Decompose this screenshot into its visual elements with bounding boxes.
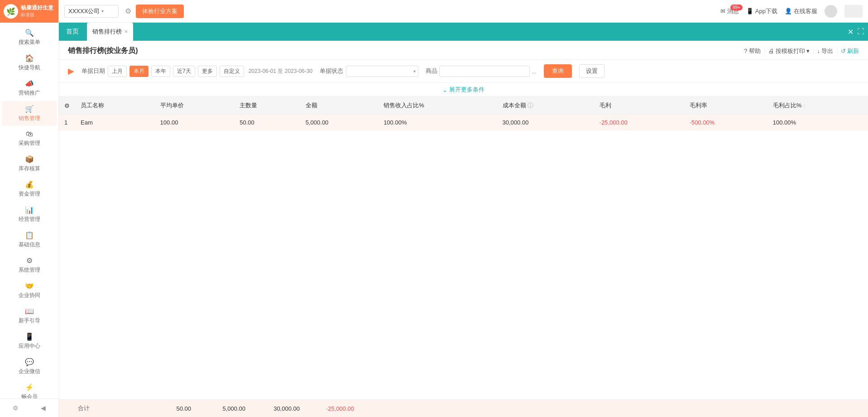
- sidebar-item-system[interactable]: ⚙系统管理: [2, 253, 57, 278]
- sidebar-item-member[interactable]: ⚡畅会员: [2, 379, 57, 398]
- goods-filter-group: 商品 ...: [426, 66, 537, 77]
- tab-close-icon[interactable]: ×: [125, 29, 128, 35]
- cell-gross-pct: 100.00%: [767, 115, 868, 131]
- date-filter-label: 单据日期: [82, 67, 105, 75]
- cell-name: Eam: [75, 115, 155, 131]
- sidebar-label-guide: 新手引导: [19, 317, 40, 325]
- sidebar-icon-wechat: 💬: [25, 358, 34, 366]
- date-7days-btn[interactable]: 近7天: [173, 66, 195, 77]
- page-header: 销售排行榜(按业务员) ? 帮助 🖨 按模板打印 ▾ ↓: [59, 41, 868, 60]
- message-icon: ✉: [720, 8, 725, 14]
- tabbar-right: ✕ ⛶: [848, 28, 868, 36]
- date-prev-month-btn[interactable]: 上月: [108, 66, 127, 77]
- query-button[interactable]: 查询: [544, 64, 572, 78]
- sidebar-icon-capital: 💰: [25, 180, 34, 189]
- sidebar-label-marketing: 营销推广: [19, 89, 40, 97]
- topbar-settings-icon[interactable]: ⚙: [125, 7, 131, 15]
- cell-amount: 5,000.00: [300, 115, 378, 131]
- user-avatar[interactable]: [825, 5, 837, 18]
- sidebar-nav: 🔍搜索菜单🏠快捷导航📣营销推广🛒销售管理🛍采购管理📦库存核算💰资金管理📊经营管理…: [0, 23, 58, 398]
- message-button[interactable]: ✉ 消息 99+: [720, 7, 739, 15]
- sidebar-label-member: 畅会员: [21, 393, 38, 398]
- print-button[interactable]: 🖨 按模板打印 ▾: [768, 47, 810, 55]
- status-select-wrap: ▾: [346, 66, 418, 77]
- sidebar-item-sales[interactable]: 🛒销售管理: [2, 101, 57, 126]
- tab-close-window-icon[interactable]: ✕: [848, 28, 854, 36]
- sidebar-collapse-icon[interactable]: ◀: [37, 403, 49, 413]
- sidebar-item-guide[interactable]: 📖新手引导: [2, 303, 57, 328]
- sidebar-settings-icon[interactable]: ⚙: [9, 403, 22, 413]
- sidebar-item-quick[interactable]: 🏠快捷导航: [2, 50, 57, 75]
- sidebar-icon-sales: 🛒: [25, 105, 34, 113]
- col-amount: 全额: [300, 97, 378, 115]
- sidebar-item-purchase[interactable]: 🛍采购管理: [2, 126, 57, 151]
- date-year-btn[interactable]: 本年: [151, 66, 170, 77]
- sidebar-icon-operation: 📊: [25, 206, 34, 214]
- active-tab-label: 销售排行榜: [92, 28, 122, 36]
- table-wrap: ⚙ 员工名称 平均单价 主数量 全额 销售收入占比% 成本全额 ⓘ 毛利 毛利率…: [59, 97, 868, 399]
- sidebar-label-operation: 经营管理: [19, 216, 40, 223]
- sidebar-icon-system: ⚙: [26, 256, 33, 265]
- col-gross: 毛利: [594, 97, 684, 115]
- sidebar-icon-member: ⚡: [25, 383, 34, 392]
- footer-total-label: 合计: [64, 404, 146, 412]
- status-select[interactable]: [346, 66, 418, 77]
- expand-more-button[interactable]: ⌄ 展开更多条件: [442, 86, 484, 94]
- cost-info-icon: ⓘ: [528, 102, 533, 109]
- app-download-button[interactable]: 📱 App下载: [746, 7, 777, 15]
- more-filter-btn[interactable]: ...: [532, 68, 537, 75]
- tabbar: 首页 销售排行榜 × ✕ ⛶: [59, 23, 868, 41]
- set-button[interactable]: 设置: [579, 64, 604, 78]
- page-title-row: 销售排行榜(按业务员) ? 帮助 🖨 按模板打印 ▾ ↓: [68, 46, 859, 59]
- goods-filter-label: 商品: [426, 67, 437, 75]
- refresh-button[interactable]: ↺ 刷新: [841, 47, 859, 55]
- sidebar-item-capital[interactable]: 💰资金管理: [2, 177, 57, 201]
- col-qty: 主数量: [234, 97, 300, 115]
- gross-pct-sort-icon: ↕: [803, 103, 806, 108]
- date-custom-btn[interactable]: 自定义: [220, 66, 244, 77]
- tab-home[interactable]: 首页: [59, 23, 86, 41]
- content-area: 销售排行榜(按业务员) ? 帮助 🖨 按模板打印 ▾ ↓: [59, 41, 868, 417]
- col-sales-pct: 销售收入占比%: [378, 97, 497, 115]
- goods-input[interactable]: [439, 66, 530, 77]
- trial-button[interactable]: 体验行业方案: [136, 5, 184, 18]
- col-name: 员工名称: [75, 97, 155, 115]
- app-logo: 🌿 畅康通好生意 标准版: [0, 0, 58, 23]
- sidebar-item-collab[interactable]: 🤝企业协同: [2, 278, 57, 303]
- date-more-btn[interactable]: 更多: [198, 66, 217, 77]
- tab-sales-ranking[interactable]: 销售排行榜 ×: [87, 23, 133, 41]
- print-chevron-icon: ▾: [806, 48, 810, 54]
- date-cur-month-btn[interactable]: 本月: [129, 66, 149, 77]
- table-header-row: ⚙ 员工名称 平均单价 主数量 全额 销售收入占比% 成本全额 ⓘ 毛利 毛利率…: [59, 97, 868, 115]
- sidebar-item-operation[interactable]: 📊经营管理: [2, 202, 57, 227]
- sidebar-label-system: 系统管理: [19, 266, 40, 274]
- filter-bar: ▶ 单据日期 上月 本月 本年 近7天 更多 自定义 2023-06-01 至 …: [59, 60, 868, 83]
- sidebar-item-wechat[interactable]: 💬企业微信: [2, 354, 57, 379]
- col-cost: 成本全额 ⓘ: [497, 97, 594, 115]
- cell-rank: 1: [59, 115, 75, 131]
- service-icon: 👤: [785, 8, 792, 14]
- col-settings[interactable]: ⚙: [59, 97, 75, 115]
- status-filter-group: 单据状态 ▾: [320, 66, 418, 77]
- export-button[interactable]: ↓ 导出: [817, 47, 834, 55]
- topbar: XXXXX公司 ▾ ⚙ 体验行业方案 ✉ 消息 99+ 📱 App下载 👤 在线…: [59, 0, 868, 23]
- footer-gross: -25,000.00: [300, 405, 354, 412]
- help-button[interactable]: ? 帮助: [744, 47, 760, 55]
- col-avg-price: 平均单价: [155, 97, 235, 115]
- company-select[interactable]: XXXXX公司 ▾: [64, 5, 119, 18]
- sidebar-item-inventory[interactable]: 📦库存核算: [2, 151, 57, 176]
- footer-cost: 30,000.00: [245, 405, 300, 412]
- expand-bar: ⌄ 展开更多条件: [59, 83, 868, 97]
- table-body: 1 Eam 100.00 50.00 5,000.00 100.00% 30,0…: [59, 115, 868, 131]
- sidebar-item-marketing[interactable]: 📣营销推广: [2, 76, 57, 101]
- cell-cost: 30,000.00: [497, 115, 594, 131]
- sidebar-label-purchase: 采购管理: [19, 139, 40, 147]
- sidebar-item-apps[interactable]: 📱应用中心: [2, 329, 57, 354]
- sidebar-label-search: 搜索菜单: [19, 38, 40, 46]
- tab-fullscreen-icon[interactable]: ⛶: [857, 28, 864, 36]
- online-service-button[interactable]: 👤 在线客服: [785, 7, 817, 15]
- filter-expand-arrow-icon[interactable]: ▶: [68, 66, 74, 76]
- sidebar-item-basic[interactable]: 📋基础信息: [2, 227, 57, 252]
- sidebar-item-search[interactable]: 🔍搜索菜单: [2, 25, 57, 50]
- sidebar-footer: ⚙ ◀: [0, 398, 58, 417]
